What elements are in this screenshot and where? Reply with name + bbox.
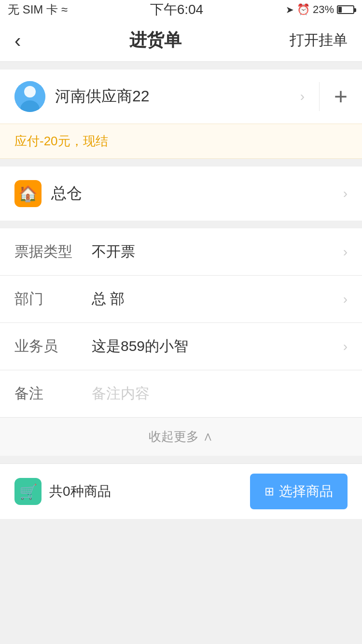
- supplier-section: 河南供应商22 › + 应付-20元，现结: [0, 70, 362, 159]
- add-supplier-button[interactable]: +: [334, 85, 348, 108]
- dept-row[interactable]: 部门 总 部 ›: [0, 276, 362, 322]
- dept-chevron-icon: ›: [343, 292, 348, 307]
- warehouse-name: 总仓: [51, 183, 343, 204]
- page-title: 进货单: [129, 28, 181, 52]
- bottom-action-bar: 🛒 共0种商品 ⊞ 选择商品: [0, 463, 362, 519]
- supplier-row[interactable]: 河南供应商22 › +: [0, 70, 362, 124]
- invoice-chevron-icon: ›: [343, 244, 348, 260]
- notice-text: 应付-20元，现结: [14, 134, 108, 148]
- supplier-separator: [319, 82, 320, 111]
- open-pending-button[interactable]: 打开挂单: [290, 30, 348, 50]
- dept-value: 总 部: [92, 289, 343, 309]
- supplier-name: 河南供应商22: [55, 86, 300, 107]
- select-product-button[interactable]: ⊞ 选择商品: [250, 474, 348, 509]
- remark-label: 备注: [14, 384, 82, 404]
- background-fill: [0, 519, 362, 644]
- warehouse-chevron-icon: ›: [343, 186, 348, 201]
- battery-percent: 23%: [313, 3, 334, 16]
- cart-icon: 🛒: [19, 483, 37, 500]
- divider-2: [0, 221, 362, 228]
- nav-bar: ‹ 进货单 打开挂单: [0, 19, 362, 62]
- invoice-value: 不开票: [92, 242, 343, 262]
- warehouse-section: 🏠 总仓 ›: [0, 167, 362, 221]
- sales-chevron-icon: ›: [343, 339, 348, 354]
- sales-value: 这是859的小智: [92, 336, 343, 356]
- sales-label: 业务员: [14, 336, 82, 356]
- dept-label: 部门: [14, 289, 82, 309]
- supplier-right-actions: › +: [300, 82, 348, 111]
- remark-row[interactable]: 备注 备注内容: [0, 370, 362, 417]
- form-section: 票据类型 不开票 › 部门 总 部 › 业务员 这是859的小智 › 备注 备注…: [0, 228, 362, 456]
- location-icon: ➤: [286, 4, 294, 15]
- alarm-icon: ⏰: [297, 3, 310, 16]
- sim-text: 无 SIM 卡 ≈: [8, 2, 68, 17]
- back-button[interactable]: ‹: [14, 31, 21, 50]
- select-product-icon: ⊞: [265, 485, 274, 498]
- warehouse-icon: 🏠: [14, 180, 42, 207]
- status-left: 无 SIM 卡 ≈: [8, 2, 68, 17]
- battery-icon: [337, 5, 354, 14]
- warehouse-icon-glyph: 🏠: [18, 184, 38, 203]
- product-count-text: 共0种商品: [49, 482, 111, 501]
- product-icon: 🛒: [14, 478, 42, 505]
- collapse-row[interactable]: 收起更多 ∧: [0, 417, 362, 456]
- sales-row[interactable]: 业务员 这是859的小智 ›: [0, 323, 362, 370]
- remark-input[interactable]: 备注内容: [92, 384, 348, 404]
- invoice-row[interactable]: 票据类型 不开票 ›: [0, 228, 362, 275]
- top-divider: [0, 62, 362, 70]
- status-bar: 无 SIM 卡 ≈ 下午6:04 ➤ ⏰ 23%: [0, 0, 362, 19]
- divider-1: [0, 159, 362, 167]
- status-time: 下午6:04: [150, 0, 204, 19]
- notice-bar: 应付-20元，现结: [0, 124, 362, 159]
- divider-3: [0, 456, 362, 463]
- invoice-label: 票据类型: [14, 242, 82, 262]
- supplier-avatar: [14, 81, 45, 112]
- product-count-area: 🛒 共0种商品: [14, 478, 111, 505]
- supplier-chevron-icon: ›: [300, 89, 305, 104]
- status-right: ➤ ⏰ 23%: [286, 3, 354, 16]
- select-product-label: 选择商品: [279, 482, 333, 501]
- collapse-button[interactable]: 收起更多 ∧: [149, 428, 213, 445]
- warehouse-row[interactable]: 🏠 总仓 ›: [0, 167, 362, 221]
- svg-point-1: [24, 86, 36, 98]
